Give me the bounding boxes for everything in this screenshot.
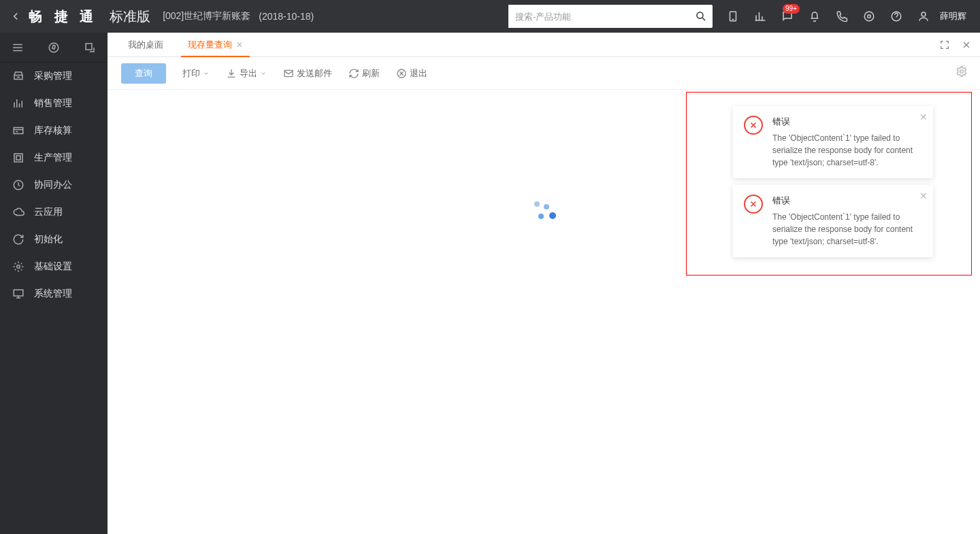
message-icon[interactable]: 99+ — [774, 0, 801, 33]
search-icon[interactable] — [689, 5, 713, 28]
user-icon[interactable] — [910, 0, 937, 33]
sidebar-item-4[interactable]: 协同办公 — [0, 171, 108, 199]
gear-icon[interactable] — [956, 65, 968, 78]
top-icons: 99+ 薛明辉 — [719, 0, 972, 33]
toast-close-icon[interactable]: ✕ — [919, 112, 928, 122]
tab-label: 现存量查询 — [188, 39, 232, 51]
sidebar-item-5[interactable]: 云应用 — [0, 199, 108, 226]
sidebar-item-0[interactable]: 采购管理 — [0, 63, 108, 90]
sidebar-icon-5 — [11, 206, 26, 218]
chart-icon[interactable] — [747, 0, 774, 33]
toast-highlight-box: 错误The 'ObjectContent`1' type failed to s… — [686, 92, 972, 276]
sidebar-label: 采购管理 — [34, 70, 72, 82]
sidebar-item-1[interactable]: 销售管理 — [0, 90, 108, 117]
svg-rect-8 — [14, 128, 23, 134]
toast-message: The 'ObjectContent`1' type failed to ser… — [772, 132, 921, 169]
edition-label: 标准版 — [110, 7, 150, 26]
logo: 畅 捷 通 — [29, 7, 97, 26]
print-button[interactable]: 打印 — [182, 67, 210, 80]
sidebar-label: 生产管理 — [34, 152, 72, 164]
sidebar-icon-4 — [11, 179, 26, 191]
account-date-label: (2018-10-18) — [259, 11, 314, 22]
body-area: 错误The 'ObjectContent`1' type failed to s… — [108, 90, 980, 534]
svg-point-2 — [864, 12, 874, 21]
tab-0[interactable]: 我的桌面 — [121, 39, 170, 56]
sidebar: 采购管理销售管理库存核算生产管理协同办公云应用初始化基础设置系统管理 — [0, 33, 108, 534]
svg-point-3 — [868, 15, 871, 18]
search-wrap — [508, 5, 713, 28]
sidebar-item-6[interactable]: 初始化 — [0, 226, 108, 253]
sidebar-icon-2 — [11, 124, 26, 137]
error-toast-1: 错误The 'ObjectContent`1' type failed to s… — [733, 185, 933, 257]
sidebar-label: 基础设置 — [34, 261, 72, 273]
sidebar-label: 系统管理 — [34, 288, 72, 300]
tab-close-icon[interactable]: ✕ — [236, 40, 243, 50]
error-icon — [744, 116, 763, 135]
help-icon[interactable] — [883, 0, 910, 33]
device-icon[interactable] — [719, 0, 747, 33]
sidebar-label: 销售管理 — [34, 97, 72, 110]
sidebar-top — [0, 33, 108, 63]
sidebar-label: 云应用 — [34, 206, 63, 218]
fullscreen-icon[interactable] — [936, 37, 953, 53]
sidebar-icon-7 — [11, 261, 26, 273]
sidebar-icon-1 — [11, 97, 26, 110]
sidebar-icon-8 — [11, 288, 26, 300]
svg-point-5 — [921, 12, 926, 16]
refresh-button[interactable]: 刷新 — [348, 67, 380, 80]
query-button[interactable]: 查询 — [121, 63, 166, 84]
popout-icon[interactable] — [72, 41, 108, 54]
compass-icon[interactable] — [36, 41, 71, 54]
toast-title: 错误 — [772, 116, 921, 128]
phone-icon[interactable] — [828, 0, 855, 33]
toast-message: The 'ObjectContent`1' type failed to ser… — [772, 211, 921, 248]
toast-close-icon[interactable]: ✕ — [919, 190, 928, 201]
tab-label: 我的桌面 — [128, 39, 163, 51]
message-badge: 99+ — [783, 4, 800, 14]
error-toast-0: 错误The 'ObjectContent`1' type failed to s… — [733, 106, 933, 178]
close-all-icon[interactable] — [958, 37, 975, 53]
sidebar-icon-6 — [11, 233, 26, 246]
sidebar-icon-3 — [11, 152, 26, 164]
svg-rect-12 — [14, 290, 23, 296]
export-button[interactable]: 导出 — [226, 67, 267, 80]
svg-point-11 — [17, 265, 20, 269]
tab-bar: 我的桌面现存量查询✕ — [108, 33, 980, 57]
back-icon[interactable] — [8, 9, 23, 24]
sidebar-item-7[interactable]: 基础设置 — [0, 253, 108, 280]
sidebar-label: 协同办公 — [34, 179, 72, 191]
sidebar-label: 库存核算 — [34, 124, 72, 137]
svg-rect-7 — [86, 44, 92, 50]
toolbar: 查询 打印 导出 发送邮件 刷新 退出 — [108, 57, 980, 90]
toast-title: 错误 — [772, 195, 921, 207]
content: 我的桌面现存量查询✕ 查询 打印 导出 发送邮件 — [108, 33, 980, 534]
svg-rect-9 — [14, 154, 22, 162]
svg-point-0 — [697, 12, 703, 18]
sidebar-item-2[interactable]: 库存核算 — [0, 117, 108, 144]
menu-icon[interactable] — [0, 41, 35, 54]
user-name[interactable]: 薛明辉 — [937, 10, 972, 22]
support-icon[interactable] — [855, 0, 883, 33]
svg-point-15 — [960, 70, 964, 73]
tab-1[interactable]: 现存量查询✕ — [181, 39, 250, 56]
sidebar-item-3[interactable]: 生产管理 — [0, 144, 108, 171]
bell-icon[interactable] — [801, 0, 828, 33]
sidebar-label: 初始化 — [34, 233, 63, 246]
search-input[interactable] — [508, 5, 689, 28]
sidebar-item-8[interactable]: 系统管理 — [0, 280, 108, 307]
svg-point-6 — [49, 43, 59, 52]
sidebar-icon-0 — [11, 70, 26, 82]
loading-spinner — [532, 199, 556, 223]
top-bar: 畅 捷 通 标准版 [002]世纪博宇新账套 (2018-10-18) 99+ … — [0, 0, 980, 33]
exit-button[interactable]: 退出 — [396, 67, 427, 80]
account-set-label: [002]世纪博宇新账套 — [163, 10, 250, 22]
error-icon — [744, 195, 763, 214]
email-button[interactable]: 发送邮件 — [283, 67, 332, 80]
